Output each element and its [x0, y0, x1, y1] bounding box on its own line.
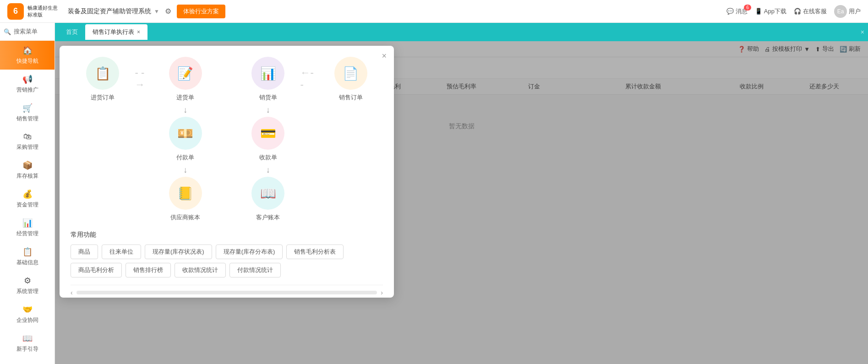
sales-order-label: 销售订单 [339, 93, 363, 102]
app-download-btn[interactable]: 📱 App下载 [755, 7, 786, 16]
purchase-bill-icon: 📝 [169, 57, 202, 90]
sidebar-item-inventory[interactable]: 📦 库存核算 [0, 156, 55, 185]
sidebar-item-system[interactable]: ⚙ 系统管理 [0, 271, 55, 300]
flow-node-payment: 💴 付款单 [153, 117, 218, 162]
sales-bill-label: 销货单 [259, 93, 277, 102]
user-area[interactable]: Ea 用户 [834, 5, 861, 18]
sidebar-item-operation[interactable]: 📊 经营管理 [0, 213, 55, 242]
modal-box: × 📋 进货订单 - - → 📝 进货单 [60, 46, 394, 298]
func-btn-goods-profit[interactable]: 商品毛利分析 [71, 263, 122, 277]
logo-area: 6 畅康通好生意 标准版 [7, 3, 62, 20]
func-btn-partners[interactable]: 往来单位 [102, 244, 141, 259]
func-btn-goods[interactable]: 商品 [71, 244, 98, 259]
purchase-order-label: 进货订单 [91, 93, 115, 102]
func-btn-stock-status[interactable]: 现存量(库存状况表) [145, 244, 212, 259]
sales-order-icon: 📄 [334, 57, 367, 90]
main-area: 🔍 搜索菜单 🏠 快捷导航 📢 营销推广 🛒 销售管理 🛍 采购管理 📦 [0, 23, 868, 364]
message-badge: 6 [744, 5, 751, 11]
home-icon: 🏠 [22, 45, 33, 55]
arrow-h-1: - - → [135, 57, 153, 91]
logo-icon: 6 [7, 3, 24, 20]
guide-icon: 📖 [22, 333, 33, 343]
app-wrapper: 6 畅康通好生意 标准版 装备及固定资产辅助管理系统 ▼ ⚙ 体验行业方案 💬 … [0, 0, 868, 364]
message-btn[interactable]: 💬 消息 6 [726, 7, 748, 16]
sales-icon: 🛒 [22, 103, 33, 113]
search-icon: 🔍 [4, 28, 11, 35]
supplier-label: 供应商账本 [170, 213, 200, 222]
receipt-icon: 💳 [251, 117, 284, 150]
sidebar-item-purchase[interactable]: 🛍 采购管理 [0, 127, 55, 156]
download-icon: 📱 [755, 8, 762, 15]
arrow-down-4: ↓ [236, 165, 300, 175]
message-icon: 💬 [726, 8, 734, 15]
flow-node-purchase-order: 📋 进货订单 [71, 57, 135, 102]
sidebar-item-sales[interactable]: 🛒 销售管理 [0, 98, 55, 127]
sidebar: 🔍 搜索菜单 🏠 快捷导航 📢 营销推广 🛒 销售管理 🛍 采购管理 📦 [0, 23, 55, 364]
online-service-btn[interactable]: 🎧 在线客服 [794, 7, 827, 16]
experience-btn[interactable]: 体验行业方案 [177, 5, 225, 18]
tab-bar-close-icon[interactable]: × [861, 28, 864, 36]
payment-icon: 💴 [169, 117, 202, 150]
sidebar-item-cooperation[interactable]: 🤝 企业协同 [0, 300, 55, 329]
tab-bar: 首页 销售订单执行表 × × [55, 23, 868, 41]
flow-node-supplier: 📒 供应商账本 [153, 177, 218, 222]
common-functions-title: 常用功能 [71, 231, 383, 239]
sidebar-item-finance[interactable]: 💰 资金管理 [0, 185, 55, 213]
function-buttons: 商品 往来单位 现存量(库存状况表) 现存量(库存分布表) 销售毛利分析表 商品… [71, 244, 383, 277]
arrow-down-3: ↓ [153, 165, 218, 175]
func-btn-sales-rank[interactable]: 销售排行榜 [126, 263, 171, 277]
flow-node-customer: 📖 客户账本 [236, 177, 300, 222]
purchase-order-icon: 📋 [86, 57, 119, 90]
arrow-down-1: ↓ [153, 105, 218, 115]
tab-home[interactable]: 首页 [59, 24, 85, 40]
settings-icon[interactable]: ⚙ [165, 7, 171, 16]
sidebar-item-basic[interactable]: 📋 基础信息 [0, 242, 55, 271]
top-right: 💬 消息 6 📱 App下载 🎧 在线客服 Ea 用户 [726, 5, 861, 18]
spacer-1 [218, 57, 236, 67]
top-bar: 6 畅康通好生意 标准版 装备及固定资产辅助管理系统 ▼ ⚙ 体验行业方案 💬 … [0, 0, 868, 23]
sales-bill-icon: 📊 [251, 57, 284, 90]
purchase-bill-label: 进货单 [176, 93, 194, 102]
scroll-left-btn[interactable]: ‹ [71, 289, 73, 296]
supplier-icon: 📒 [169, 177, 202, 210]
sidebar-search[interactable]: 🔍 搜索菜单 [0, 23, 55, 41]
scroll-area: ‹ › [71, 285, 383, 296]
modal-overlay[interactable]: × 📋 进货订单 - - → 📝 进货单 [55, 41, 868, 364]
receipt-label: 收款单 [259, 153, 277, 162]
system-dropdown-icon[interactable]: ▼ [154, 8, 159, 15]
modal-close-btn[interactable]: × [382, 51, 387, 61]
service-icon: 🎧 [794, 8, 801, 15]
customer-icon: 📖 [251, 177, 284, 210]
flow-node-sales-order: 📄 销售订单 [319, 57, 383, 102]
system-icon: ⚙ [24, 276, 31, 286]
system-title-text: 装备及固定资产辅助管理系统 [68, 7, 151, 16]
customer-label: 客户账本 [256, 213, 280, 222]
payment-label: 付款单 [176, 153, 194, 162]
tab-close-icon[interactable]: × [137, 29, 140, 35]
tab-sales-order[interactable]: 销售订单执行表 × [85, 24, 147, 40]
arrow-h-2: ←- - [300, 57, 319, 91]
scroll-right-btn[interactable]: › [381, 289, 383, 296]
sidebar-item-quick-nav[interactable]: 🏠 快捷导航 [0, 41, 55, 70]
arrow-down-2: ↓ [236, 105, 300, 115]
cooperation-icon: 🤝 [22, 304, 33, 315]
inventory-icon: 📦 [22, 160, 33, 170]
finance-icon: 💰 [22, 189, 33, 199]
func-btn-sales-profit[interactable]: 销售毛利分析表 [286, 244, 344, 259]
scroll-track[interactable] [76, 291, 377, 294]
sidebar-item-guide[interactable]: 📖 新手引导 [0, 329, 55, 358]
flow-node-receipt: 💳 收款单 [236, 117, 300, 162]
avatar: Ea [834, 5, 847, 18]
func-btn-stock-dist[interactable]: 现存量(库存分布表) [216, 244, 283, 259]
system-title-area: 装备及固定资产辅助管理系统 ▼ [68, 7, 159, 16]
marketing-icon: 📢 [22, 74, 33, 84]
purchase-icon: 🛍 [23, 132, 32, 141]
sidebar-item-marketing[interactable]: 📢 营销推广 [0, 70, 55, 98]
func-btn-payment-stats[interactable]: 付款情况统计 [229, 263, 281, 277]
operation-icon: 📊 [22, 218, 33, 228]
func-btn-receipt-stats[interactable]: 收款情况统计 [175, 263, 226, 277]
main-content: ❓ 帮助 🖨 按模板打印 ▼ ⬆ 导出 🔄 [55, 41, 868, 364]
content-area: 首页 销售订单执行表 × × ❓ 帮助 [55, 23, 868, 364]
flow-node-sales-bill: 📊 销货单 [236, 57, 300, 102]
flow-node-purchase-bill: 📝 进货单 [153, 57, 218, 102]
